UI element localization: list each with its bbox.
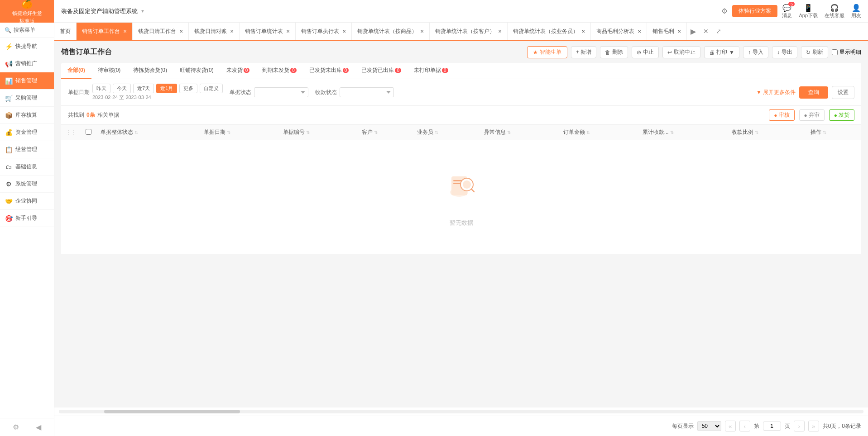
date-option-近1月[interactable]: 近1月 (156, 84, 177, 93)
tab-sales-order[interactable]: 销售订单工作台✕ (77, 23, 133, 40)
sub-tab-overdue-not-shipped[interactable]: 到期未发货0 (256, 63, 303, 79)
scrollbar-thumb[interactable] (104, 410, 240, 413)
tab-restore-btn[interactable]: ⤢ (712, 23, 725, 40)
tab-more-btn[interactable]: ▶ (687, 23, 700, 40)
export-btn[interactable]: ↓ 导出 (772, 46, 797, 58)
tab-close-product-margin[interactable]: ✕ (638, 29, 641, 34)
delete-btn[interactable]: 🗑 删除 (600, 46, 628, 58)
date-option-昨天[interactable]: 昨天 (92, 84, 110, 93)
empty-icon (443, 167, 480, 212)
topbar-gear-icon[interactable]: ⚙ (721, 7, 728, 15)
col-header-date[interactable]: 单据日期⇅ (199, 125, 278, 140)
sidebar-item-basic-info[interactable]: 🗂基础信息 (0, 158, 54, 175)
sub-tab-not-shipped[interactable]: 未发货0 (220, 63, 256, 79)
col-header-staff[interactable]: 业务员⇅ (412, 125, 480, 140)
tab-product-margin[interactable]: 商品毛利分析表✕ (591, 23, 647, 40)
sidebar-item-marketing[interactable]: 📢营销推广 (0, 55, 54, 72)
sidebar-search[interactable]: 🔍 搜索菜单 (0, 23, 54, 38)
date-option-自定义[interactable]: 自定义 (200, 84, 223, 93)
tab-cash-reconcile[interactable]: 钱货日清对账✕ (189, 23, 240, 40)
next-page-btn[interactable]: › (794, 421, 805, 431)
col-header-ratio[interactable]: 收款比例⇅ (727, 125, 806, 140)
sidebar-item-cooperation[interactable]: 🤝企业协同 (0, 193, 54, 210)
user-btn[interactable]: 👤 用友 (851, 4, 861, 19)
payment-select[interactable] (340, 87, 394, 97)
page-input[interactable] (763, 422, 781, 431)
tab-close-sales-summary-product[interactable]: ✕ (420, 29, 424, 34)
import-btn[interactable]: ↑ 导入 (743, 46, 768, 58)
tab-close-all-btn[interactable]: ✕ (700, 23, 712, 40)
tab-close-cash-daily[interactable]: ✕ (179, 29, 183, 34)
sub-tab-shipped-not-out[interactable]: 已发货未出库0 (303, 63, 355, 79)
sidebar-item-operation[interactable]: 📋经营管理 (0, 141, 54, 158)
sidebar-item-system[interactable]: ⚙系统管理 (0, 175, 54, 193)
tab-close-sales-stat[interactable]: ✕ (286, 29, 290, 34)
sidebar-item-inventory[interactable]: 📦库存核算 (0, 107, 54, 124)
tab-sales-exec[interactable]: 销售订单执行表✕ (296, 23, 352, 40)
sidebar-item-purchase[interactable]: 🛒采购管理 (0, 90, 54, 107)
status-select[interactable] (254, 87, 308, 97)
col-header-number[interactable]: 单据编号⇅ (278, 125, 358, 140)
tab-cash-daily[interactable]: 钱货日清工作台✕ (133, 23, 189, 40)
app-download-label: App下载 (799, 12, 818, 19)
page-size-select[interactable]: 102050100 (697, 421, 721, 431)
tab-sales-profit[interactable]: 销售毛利✕ (647, 23, 687, 40)
select-all-checkbox[interactable] (86, 129, 91, 135)
tab-close-sales-summary-customer[interactable]: ✕ (498, 29, 502, 34)
sub-tab-wangpu-pending[interactable]: 旺铺待发货(0) (173, 63, 220, 79)
date-option-更多[interactable]: 更多 (179, 84, 197, 93)
col-header-received[interactable]: 累计收款...⇅ (638, 125, 727, 140)
date-option-近7天[interactable]: 近7天 (133, 84, 154, 93)
online-service-btn[interactable]: 🎧 在线客服 (825, 4, 844, 19)
query-btn[interactable]: 查询 (799, 86, 828, 99)
expand-btn[interactable]: ▼ 展开更多条件 (756, 89, 796, 96)
setting-btn[interactable]: 设置 (832, 86, 854, 99)
sub-tab-not-printed[interactable]: 未打印单据0 (408, 63, 455, 79)
smart-btn[interactable]: ★ 智能生单 (527, 46, 567, 58)
col-header-anomaly[interactable]: 异常信息⇅ (480, 125, 559, 140)
show-detail-label[interactable]: 显示明细 (832, 48, 861, 56)
sub-tab-all[interactable]: 全部(0) (61, 63, 91, 79)
sub-tab-pending-inspect[interactable]: 待拣货验货(0) (127, 63, 173, 79)
app-download-btn[interactable]: 📱 App下载 (799, 4, 818, 19)
settings-icon[interactable]: ⚙ (13, 423, 19, 431)
tab-sales-summary-product[interactable]: 销货单统计表（按商品）✕ (352, 23, 430, 40)
solution-btn[interactable]: 体验行业方案 (732, 5, 777, 17)
sidebar-item-sales[interactable]: 📊销售管理 (0, 72, 54, 90)
revoke-btn[interactable]: ● 弃审 (799, 109, 825, 121)
sub-tab-shipped-out[interactable]: 已发货已出库0 (355, 63, 408, 79)
col-header-customer[interactable]: 客户⇅ (357, 125, 412, 140)
collapse-icon[interactable]: ◀ (36, 423, 41, 431)
sidebar-item-finance[interactable]: 💰资金管理 (0, 124, 54, 141)
tab-close-cash-reconcile[interactable]: ✕ (230, 29, 234, 34)
tab-sales-summary-staff[interactable]: 销货单统计表（按业务员）✕ (508, 23, 591, 40)
tab-home[interactable]: 首页 (54, 23, 77, 40)
stop-btn[interactable]: ⊘ 中止 (632, 46, 659, 58)
add-btn[interactable]: + 新增 (571, 46, 596, 58)
message-btn[interactable]: 💬 5 消息 (782, 4, 792, 19)
sort-icon-status: ⇅ (134, 130, 138, 135)
ship-btn[interactable]: ● 发货 (829, 109, 854, 121)
last-page-btn[interactable]: » (808, 421, 819, 431)
tab-sales-summary-customer[interactable]: 销货单统计表（按客户）✕ (430, 23, 508, 40)
sub-tab-pending-review[interactable]: 待审核(0) (91, 63, 127, 79)
refresh-btn[interactable]: ↻ 刷新 (801, 46, 828, 58)
tab-close-sales-exec[interactable]: ✕ (342, 29, 346, 34)
cancel-stop-btn[interactable]: ↩ 取消中止 (662, 46, 700, 58)
tab-close-sales-summary-staff[interactable]: ✕ (581, 29, 585, 34)
empty-state: 暂无数据 (61, 140, 861, 254)
date-option-今天[interactable]: 今天 (113, 84, 131, 93)
sidebar-item-quick-nav[interactable]: ⚡快捷导航 (0, 38, 54, 55)
col-header-status[interactable]: 单据整体状态⇅ (96, 125, 199, 140)
show-detail-checkbox[interactable] (832, 49, 838, 55)
col-header-actions[interactable]: 操作⇅ (806, 125, 861, 140)
tab-close-sales-profit[interactable]: ✕ (677, 29, 681, 34)
tab-close-sales-order[interactable]: ✕ (123, 29, 127, 34)
tab-sales-stat[interactable]: 销售订单统计表✕ (240, 23, 296, 40)
col-header-amount[interactable]: 订单金额⇅ (559, 125, 638, 140)
audit-btn[interactable]: ● 审核 (769, 109, 794, 121)
sidebar-item-guide[interactable]: 🎯新手引导 (0, 210, 54, 227)
first-page-btn[interactable]: « (725, 421, 736, 431)
prev-page-btn[interactable]: ‹ (739, 421, 750, 431)
print-btn[interactable]: 🖨 打印 ▼ (704, 46, 739, 58)
